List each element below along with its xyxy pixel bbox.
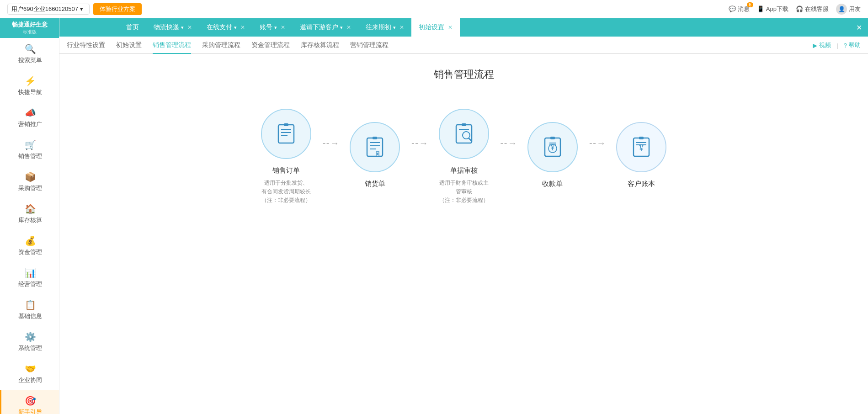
help-icon: ? <box>844 42 847 49</box>
nav-account-label: 账号 <box>260 23 272 32</box>
receipt-icon: ¥ <box>541 136 564 159</box>
flow-step-account: ¥ 客户账本 <box>600 122 682 192</box>
sidebar-item-finance[interactable]: 💰 资金管理 <box>0 230 59 262</box>
nav-logistics-close[interactable]: ✕ <box>187 24 192 31</box>
sidebar-marketing-label: 营销推广 <box>18 120 42 128</box>
sidebar-item-marketing[interactable]: 📣 营销推广 <box>0 102 59 134</box>
nav-close-all[interactable]: ✕ <box>850 18 868 37</box>
finance-icon: 💰 <box>25 235 36 246</box>
page-content: 销售管理流程 <box>59 54 868 414</box>
flow-step-receipt: ¥ 收款单 <box>511 122 594 192</box>
sidebar-item-guide[interactable]: 🎯 新手引导 <box>0 390 59 414</box>
trial-btn[interactable]: 体验行业方案 <box>93 3 142 15</box>
svg-rect-5 <box>367 138 383 156</box>
tab-bar: 行业特性设置 初始设置 销售管理流程 采购管理流程 资金管理流程 库存核算流程 <box>59 37 868 54</box>
inventory-icon: 🏠 <box>25 203 36 214</box>
nav-period-close[interactable]: ✕ <box>399 24 404 31</box>
logo-sub: 标准版 <box>23 29 37 35</box>
sidebar-operation-label: 经营管理 <box>18 280 42 288</box>
tab-finance-flow[interactable]: 资金管理流程 <box>251 37 290 54</box>
nav-payment-arrow: ▾ <box>234 25 237 31</box>
nav-home[interactable]: 首页 <box>119 18 146 37</box>
service-item[interactable]: 🎧 在线客服 <box>796 5 829 13</box>
quick-icon: ⚡ <box>25 75 36 86</box>
top-bar: 用户690企业1660120507 ▾ 体验行业方案 💬 消息 6 📱 App下… <box>0 0 868 18</box>
nav-init-label: 初始设置 <box>419 23 444 32</box>
nav-payment-close[interactable]: ✕ <box>240 24 245 31</box>
tab-bar-actions: ▶ 视频 | ? 帮助 <box>813 41 861 53</box>
system-icon: ⚙️ <box>25 331 36 342</box>
nav-payment[interactable]: 在线支付 ▾ ✕ <box>199 18 252 37</box>
sidebar-item-search[interactable]: 🔍 搜索菜单 <box>0 38 59 70</box>
help-label: 帮助 <box>849 41 861 49</box>
sidebar-item-inventory[interactable]: 🏠 库存核算 <box>0 198 59 230</box>
tab-purchase-flow[interactable]: 采购管理流程 <box>202 37 240 54</box>
nav-period-label: 往来期初 <box>366 23 391 32</box>
nav-period[interactable]: 往来期初 ▾ ✕ <box>358 18 411 37</box>
content-area: 行业特性设置 初始设置 销售管理流程 采购管理流程 资金管理流程 库存核算流程 <box>59 37 868 414</box>
flow-circle-receipt: ¥ <box>527 122 578 172</box>
flow-step-review: 单据审核 适用于财务审核或主管审核（注：非必要流程） <box>423 109 505 205</box>
nav-account-arrow: ▾ <box>274 25 277 31</box>
nav-invite[interactable]: 邀请下游客户 ▾ ✕ <box>293 18 358 37</box>
user-avatar-item[interactable]: 👤 用友 <box>836 4 861 15</box>
app-icon: 📱 <box>757 5 764 12</box>
video-icon: ▶ <box>813 42 817 49</box>
sidebar-item-purchase[interactable]: 📦 采购管理 <box>0 166 59 198</box>
flow-circle-sales-order <box>261 109 311 159</box>
sidebar-guide-label: 新手引导 <box>18 408 42 414</box>
service-label: 在线客服 <box>805 5 829 13</box>
step-account-label: 客户账本 <box>628 180 655 188</box>
sidebar-finance-label: 资金管理 <box>18 248 42 256</box>
coop-icon: 🤝 <box>25 363 36 374</box>
sidebar-sales-label: 销售管理 <box>18 152 42 160</box>
tab-marketing-flow[interactable]: 营销管理流程 <box>350 37 389 54</box>
sidebar-item-coop[interactable]: 🤝 企业协同 <box>0 358 59 390</box>
invoice-icon <box>363 136 386 159</box>
message-item[interactable]: 💬 消息 6 <box>729 5 750 13</box>
app-label: App下载 <box>766 5 788 13</box>
sidebar-search-label: 搜索菜单 <box>18 56 42 64</box>
video-label: 视频 <box>819 41 831 49</box>
video-link[interactable]: ▶ 视频 <box>813 41 831 49</box>
user-select[interactable]: 用户690企业1660120507 ▾ <box>7 4 90 15</box>
sidebar-item-sales[interactable]: 🛒 销售管理 <box>0 134 59 166</box>
message-badge: 6 <box>747 2 753 7</box>
nav-invite-label: 邀请下游客户 <box>300 23 338 32</box>
sidebar-logo: 畅捷通好生意 标准版 <box>0 18 59 38</box>
tab-finance-flow-label: 资金管理流程 <box>251 41 290 48</box>
nav-invite-close[interactable]: ✕ <box>346 24 351 31</box>
nav-init[interactable]: 初始设置 ✕ <box>411 18 460 37</box>
nav-init-close[interactable]: ✕ <box>448 24 453 31</box>
logo-text: 畅捷通好生意 <box>12 21 48 29</box>
app-download-item[interactable]: 📱 App下载 <box>757 5 788 13</box>
tab-industry-label: 行业特性设置 <box>67 41 105 48</box>
help-link[interactable]: ? 帮助 <box>844 41 861 49</box>
marketing-icon: 📣 <box>25 107 36 118</box>
sales-icon: 🛒 <box>25 139 36 150</box>
top-bar-left: 用户690企业1660120507 ▾ 体验行业方案 <box>7 3 142 15</box>
nav-period-arrow: ▾ <box>393 25 396 31</box>
sidebar-item-system[interactable]: ⚙️ 系统管理 <box>0 326 59 358</box>
nav-logistics[interactable]: 物流快递 ▾ ✕ <box>146 18 199 37</box>
tab-sales-flow[interactable]: 销售管理流程 <box>153 37 191 54</box>
sidebar-item-basic[interactable]: 📋 基础信息 <box>0 294 59 326</box>
tab-init-label: 初始设置 <box>116 41 142 48</box>
divider: | <box>836 42 838 49</box>
nav-account-close[interactable]: ✕ <box>281 24 285 31</box>
flow-circle-account: ¥ <box>616 122 666 172</box>
tab-industry[interactable]: 行业特性设置 <box>67 37 105 54</box>
tab-init[interactable]: 初始设置 <box>116 37 142 54</box>
svg-rect-23 <box>639 137 644 139</box>
basic-icon: 📋 <box>25 299 36 310</box>
search-icon: 🔍 <box>25 43 36 54</box>
nav-bar: 首页 物流快递 ▾ ✕ 在线支付 ▾ ✕ 账号 ▾ ✕ 邀请下游客户 ▾ ✕ <box>59 18 868 37</box>
sidebar-item-operation[interactable]: 📊 经营管理 <box>0 262 59 294</box>
tab-inventory-flow[interactable]: 库存核算流程 <box>301 37 339 54</box>
nav-account[interactable]: 账号 ▾ ✕ <box>252 18 293 37</box>
purchase-icon: 📦 <box>25 171 36 182</box>
message-icon: 💬 <box>729 5 736 12</box>
service-icon: 🎧 <box>796 5 803 12</box>
sidebar-item-quick[interactable]: ⚡ 快捷导航 <box>0 70 59 102</box>
nav-logistics-label: 物流快递 <box>154 23 179 32</box>
